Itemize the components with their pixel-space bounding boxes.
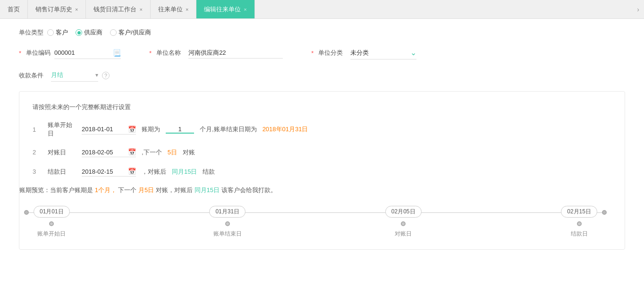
row-label-2: 对账日 [48,148,76,157]
unit-category-value: 未分类 [350,49,410,57]
row-number-3: 3 [33,168,42,175]
period-desc-prefix: 账期为 [142,125,160,134]
payment-terms-field: 收款条件 月结 ▾ ? [19,69,110,82]
payment-settings-section: 请按照未来的一个完整帐期进行设置 1 账单开始日 📅 账期为 个月,账单结束日期… [19,91,625,250]
start-date-calendar-icon[interactable]: 📅 [128,126,136,133]
radio-label-customer: 客户 [56,28,68,37]
row-number-2: 2 [33,149,42,156]
timeline-badge-2: 01月31日 [209,206,246,218]
timeline: 01月01日 账单开始日 01月31日 账单结束日 02月05日 [19,206,611,238]
timeline-item-4: 02月15日 结款日 [561,206,597,238]
payment-terms-row: 收款条件 月结 ▾ ? [19,69,625,82]
unit-type-row: 单位类型 客户 供应商 客户/供应商 [19,28,625,37]
unit-code-input[interactable] [54,49,111,56]
preview-section: 账期预览：当前客户账期是 1个月， 下一个 月5日 对账，对账后 同月15日 该… [19,186,611,238]
timeline-badge-3: 02月05日 [385,206,422,218]
preview-text-end: 该客户会给我打款。 [221,186,277,194]
unit-category-dropdown[interactable]: 未分类 ⌄ [350,46,416,59]
reconcile-desc-prefix: ,下一个 [142,148,162,157]
timeline-start-cap [24,210,29,215]
payment-terms-value: 月结 [51,71,92,79]
row-label-3: 结款日 [48,168,76,176]
unit-code-lookup-icon[interactable]: 📃 [113,49,121,57]
timeline-dot-3 [401,221,406,226]
preview-text-mid: 下一个 [118,186,136,194]
tab-edit-contacts[interactable]: 编辑往来单位 × [196,0,254,18]
settle-date-wrap: 📅 [82,167,136,177]
required-star-category: * [311,50,314,57]
settle-day-highlight: 同月15日 [172,168,197,176]
unit-type-field: 单位类型 客户 供应商 客户/供应商 [19,28,151,37]
section-hint: 请按照未来的一个完整帐期进行设置 [33,103,611,111]
close-cash-work[interactable]: × [139,7,142,12]
radio-circle-supplier [76,29,82,36]
payment-terms-dropdown-arrow: ▾ [95,72,98,78]
required-star-name: * [149,50,152,57]
radio-both[interactable]: 客户/供应商 [110,28,151,37]
radio-supplier[interactable]: 供应商 [76,28,102,37]
timeline-items: 01月01日 账单开始日 01月31日 账单结束日 02月05日 [24,206,607,238]
required-star-code: * [19,50,21,57]
settle-desc-suffix: 结款 [203,168,215,176]
unit-code-label: 单位编码 [26,49,51,57]
radio-label-both: 客户/供应商 [119,28,151,37]
start-date-input[interactable] [82,126,124,133]
payment-row-3: 3 结款日 📅 ，对账后 同月15日 结款 [33,167,611,177]
reconcile-day-highlight: 5日 [168,148,177,157]
timeline-label-1: 账单开始日 [37,230,66,238]
unit-name-field: * 单位名称 [149,47,283,59]
preview-label: 账期预览：当前客户账期是 [19,186,93,194]
start-date-wrap: 📅 [82,125,136,135]
row-number-1: 1 [33,126,42,133]
timeline-end-cap [602,210,607,215]
timeline-dot-1 [49,221,54,226]
payment-terms-label: 收款条件 [19,71,43,80]
timeline-label-4: 结款日 [571,230,588,238]
timeline-item-1: 01月01日 账单开始日 [34,206,70,238]
tab-contacts[interactable]: 往来单位 × [151,0,196,18]
payment-terms-dropdown[interactable]: 月结 ▾ [51,69,98,82]
unit-name-label: 单位名称 [156,49,181,57]
radio-circle-customer [47,29,54,36]
radio-customer[interactable]: 客户 [47,28,68,37]
payment-row-2: 2 对账日 📅 ,下一个 5日 对账 [33,147,611,157]
preview-text: 账期预览：当前客户账期是 1个月， 下一个 月5日 对账，对账后 同月15日 该… [19,186,611,194]
period-desc-suffix: 个月,账单结束日期为 [200,125,257,134]
timeline-item-2: 01月31日 账单结束日 [209,206,246,238]
help-icon[interactable]: ? [102,72,110,79]
timeline-label-2: 账单结束日 [213,230,242,238]
tab-home[interactable]: 首页 [0,0,28,18]
tab-cash-work[interactable]: 钱货日清工作台 × [86,0,150,18]
unit-type-label: 单位类型 [19,28,43,37]
reconcile-date-wrap: 📅 [82,147,136,157]
timeline-dot-4 [577,221,582,226]
timeline-dot-2 [225,221,230,226]
unit-category-label: 单位分类 [318,49,343,57]
reconcile-date-calendar-icon[interactable]: 📅 [128,148,136,156]
timeline-item-3: 02月05日 对账日 [385,206,422,238]
period-input[interactable] [166,126,194,134]
reconcile-date-input[interactable] [82,149,124,156]
category-dropdown-icon: ⌄ [410,48,416,57]
timeline-label-3: 对账日 [395,230,412,238]
close-contacts[interactable]: × [186,7,188,12]
row-label-1: 账单开始日 [48,121,76,138]
close-sales-history[interactable]: × [75,7,78,12]
radio-group: 客户 供应商 客户/供应商 [47,28,151,37]
tab-scroll-arrow[interactable]: › [632,6,644,13]
close-edit-contacts[interactable]: × [244,7,246,12]
preview-text-after: 对账，对账后 [156,186,193,194]
radio-circle-both [110,29,117,36]
unit-name-input[interactable] [188,47,283,59]
settle-date-input[interactable] [82,168,124,175]
settle-date-calendar-icon[interactable]: 📅 [128,168,136,175]
tab-sales-history[interactable]: 销售订单历史 × [28,0,86,18]
settle-desc-prefix: ，对账后 [142,168,166,176]
timeline-badge-1: 01月01日 [34,206,70,218]
preview-reconcile: 月5日 [138,186,154,194]
unit-code-field: * 单位编码 📃 [19,47,121,59]
end-date-highlight: 2018年01月31日 [263,125,308,134]
radio-label-supplier: 供应商 [84,28,102,37]
payment-row-1: 1 账单开始日 📅 账期为 个月,账单结束日期为 2018年01月31日 [33,121,611,138]
unit-code-input-wrap: 📃 [54,47,121,59]
